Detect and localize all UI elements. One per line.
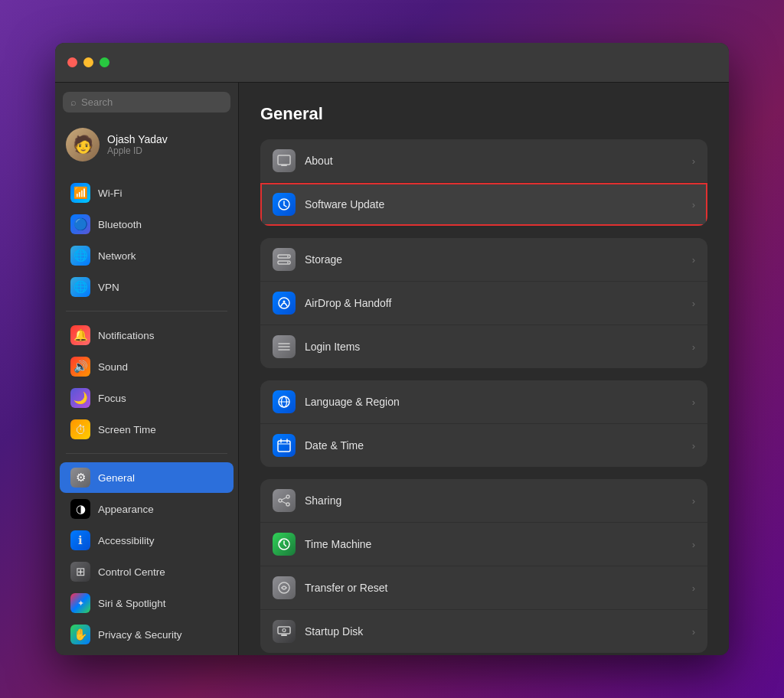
content-area: ⌕ Search 🧑 Ojash Yadav Apple ID 📶 Wi [55, 83, 729, 655]
settings-row-transfer[interactable]: Transfer or Reset › [260, 566, 707, 610]
main-content: General About › [239, 83, 729, 655]
sidebar-item-siri[interactable]: ✦ Siri & Spotlight [60, 588, 234, 618]
datetime-chevron: › [692, 440, 695, 452]
timemachine-icon [273, 533, 296, 556]
startup-icon [273, 620, 296, 643]
svg-point-21 [279, 499, 282, 502]
settings-row-airdrop[interactable]: AirDrop & Handoff › [260, 282, 707, 325]
sidebar-scroll: 📶 Wi-Fi 🔵 Bluetooth 🌐 Network 🌐 VPN [55, 174, 238, 655]
svg-rect-16 [278, 441, 290, 452]
language-label: Language & Region [305, 396, 692, 408]
airdrop-chevron: › [692, 298, 695, 309]
user-subtitle: Apple ID [107, 145, 168, 156]
settings-row-timemachine[interactable]: Time Machine › [260, 523, 707, 566]
vpn-icon: 🌐 [70, 277, 90, 297]
controlcentre-icon: ⊞ [70, 562, 90, 582]
user-name: Ojash Yadav [107, 133, 168, 145]
network-icon: 🌐 [70, 246, 90, 266]
sharing-icon [273, 489, 296, 512]
transfer-label: Transfer or Reset [305, 582, 692, 594]
settings-row-login-items[interactable]: Login Items › [260, 325, 707, 368]
settings-group-2: Storage › AirDrop & Handoff › [260, 238, 707, 368]
sidebar-item-bluetooth-label: Bluetooth [98, 219, 142, 230]
close-button[interactable] [67, 57, 77, 67]
wifi-icon: 📶 [70, 183, 90, 203]
bluetooth-icon: 🔵 [70, 214, 90, 234]
about-label: About [305, 155, 692, 167]
settings-group-3: Language & Region › Date & Time › [260, 380, 707, 467]
startup-label: Startup Disk [305, 625, 692, 638]
sidebar-item-network[interactable]: 🌐 Network [60, 240, 234, 271]
sidebar-item-sound[interactable]: 🔊 Sound [60, 351, 234, 382]
about-chevron: › [692, 155, 695, 167]
svg-rect-2 [281, 165, 287, 166]
settings-row-storage[interactable]: Storage › [260, 238, 707, 282]
sidebar-item-general-label: General [98, 472, 135, 484]
settings-group-4: Sharing › Time Machine › [260, 479, 707, 653]
about-icon [273, 149, 296, 172]
search-placeholder: Search [81, 96, 113, 108]
sidebar-item-privacy-label: Privacy & Security [98, 629, 182, 641]
sidebar-item-vpn[interactable]: 🌐 VPN [60, 272, 234, 302]
siri-icon: ✦ [70, 593, 90, 613]
sidebar-item-privacy[interactable]: ✋ Privacy & Security [60, 619, 234, 650]
datetime-icon [273, 434, 296, 457]
sidebar-section-system: ⚙ General ◑ Appearance ℹ Accessibility ⊞… [55, 458, 238, 654]
sidebar-item-wifi[interactable]: 📶 Wi-Fi [60, 178, 234, 208]
avatar-image: 🧑 [66, 128, 100, 161]
sidebar-item-focus[interactable]: 🌙 Focus [60, 383, 234, 413]
sidebar-item-appearance[interactable]: ◑ Appearance [60, 494, 234, 524]
sidebar-item-notifications[interactable]: 🔔 Notifications [60, 320, 234, 351]
svg-line-23 [282, 497, 286, 500]
general-icon: ⚙ [70, 468, 90, 488]
sidebar-section-network: 📶 Wi-Fi 🔵 Bluetooth 🌐 Network 🌐 VPN [55, 174, 238, 306]
login-items-label: Login Items [305, 341, 692, 353]
sidebar-item-network-label: Network [98, 250, 136, 262]
svg-line-24 [282, 501, 286, 504]
storage-chevron: › [692, 254, 695, 266]
sidebar-item-bluetooth[interactable]: 🔵 Bluetooth [60, 209, 234, 240]
minimize-button[interactable] [83, 57, 93, 67]
svg-point-29 [283, 629, 286, 632]
settings-group-1: About › Software Update › [260, 139, 707, 226]
svg-point-22 [286, 503, 289, 506]
settings-row-startup[interactable]: Startup Disk › [260, 610, 707, 653]
software-update-icon [273, 193, 296, 216]
svg-rect-27 [278, 627, 290, 634]
startup-chevron: › [692, 626, 695, 638]
datetime-label: Date & Time [305, 439, 692, 452]
login-items-chevron: › [692, 341, 695, 353]
transfer-chevron: › [692, 582, 695, 594]
software-update-label: Software Update [305, 198, 692, 210]
sidebar-item-sound-label: Sound [98, 361, 128, 373]
maximize-button[interactable] [100, 57, 109, 67]
user-profile[interactable]: 🧑 Ojash Yadav Apple ID [55, 122, 238, 174]
settings-row-about[interactable]: About › [260, 139, 707, 183]
titlebar [55, 43, 729, 83]
sidebar-item-controlcentre[interactable]: ⊞ Control Centre [60, 556, 234, 587]
system-settings-window: ⌕ Search 🧑 Ojash Yadav Apple ID 📶 Wi [55, 43, 729, 655]
settings-row-sharing[interactable]: Sharing › [260, 479, 707, 523]
appearance-icon: ◑ [70, 499, 90, 519]
sidebar-item-screentime[interactable]: ⏱ Screen Time [60, 414, 234, 445]
divider-1 [66, 311, 227, 311]
software-update-chevron: › [692, 199, 695, 210]
search-bar[interactable]: ⌕ Search [63, 92, 230, 113]
accessibility-icon: ℹ [70, 530, 90, 550]
settings-row-software-update[interactable]: Software Update › [260, 183, 707, 226]
language-chevron: › [692, 396, 695, 408]
language-icon [273, 390, 296, 413]
timemachine-chevron: › [692, 539, 695, 550]
settings-row-language[interactable]: Language & Region › [260, 380, 707, 424]
sidebar-item-general[interactable]: ⚙ General [60, 462, 234, 493]
storage-label: Storage [305, 253, 692, 266]
sidebar-item-appearance-label: Appearance [98, 504, 154, 515]
sidebar-item-accessibility[interactable]: ℹ Accessibility [60, 525, 234, 556]
settings-row-datetime[interactable]: Date & Time › [260, 424, 707, 467]
search-icon: ⌕ [70, 96, 77, 108]
timemachine-label: Time Machine [305, 538, 692, 550]
avatar: 🧑 [66, 128, 100, 161]
sidebar-section-media: 🔔 Notifications 🔊 Sound 🌙 Focus ⏱ Screen… [55, 316, 238, 448]
login-items-icon [273, 335, 296, 358]
storage-icon [273, 248, 296, 271]
